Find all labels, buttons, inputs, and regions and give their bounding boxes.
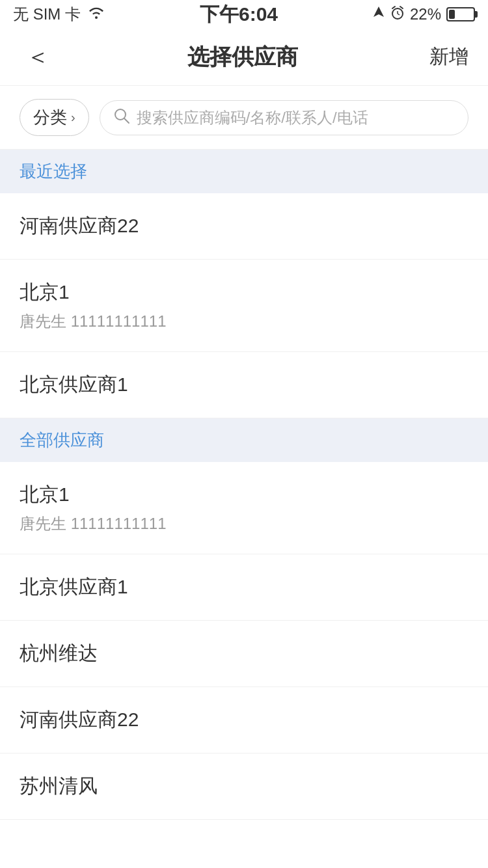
item-name: 北京供应商1 — [20, 574, 468, 601]
carrier-label: 无 SIM 卡 — [13, 4, 81, 25]
list-item[interactable]: 河南供应商22 — [0, 193, 488, 260]
item-contact: 唐先生 11111111111 — [20, 311, 468, 332]
category-label: 分类 — [33, 106, 67, 129]
status-right: 22% — [372, 5, 475, 23]
search-input[interactable] — [137, 109, 455, 127]
recent-list: 河南供应商22北京1唐先生 11111111111北京供应商1 — [0, 193, 488, 418]
list-item[interactable]: 北京1唐先生 11111111111 — [0, 260, 488, 352]
battery-percent: 22% — [410, 5, 441, 23]
item-name: 北京1 — [20, 481, 468, 508]
location-icon — [372, 5, 385, 23]
list-item[interactable]: 北京1唐先生 11111111111 — [0, 462, 488, 554]
svg-line-4 — [124, 118, 129, 123]
item-name: 北京供应商1 — [20, 372, 468, 398]
item-name: 苏州清风 — [20, 773, 468, 800]
all-list: 北京1唐先生 11111111111北京供应商1杭州维达河南供应商22苏州清风 — [0, 462, 488, 820]
item-name: 杭州维达 — [20, 640, 468, 667]
category-button[interactable]: 分类 › — [20, 99, 89, 136]
list-item[interactable]: 北京供应商1 — [0, 554, 488, 621]
search-box — [100, 100, 468, 135]
status-left: 无 SIM 卡 — [13, 4, 105, 25]
filter-bar: 分类 › — [0, 86, 488, 150]
list-item[interactable]: 北京供应商1 — [0, 352, 488, 418]
battery-icon — [446, 7, 475, 21]
back-button[interactable]: ＜ — [20, 34, 56, 79]
item-name: 河南供应商22 — [20, 707, 468, 733]
nav-bar: ＜ 选择供应商 新增 — [0, 29, 488, 86]
search-icon — [113, 107, 130, 128]
status-bar: 无 SIM 卡 下午6:04 22% — [0, 0, 488, 29]
item-contact: 唐先生 11111111111 — [20, 513, 468, 534]
list-item[interactable]: 杭州维达 — [0, 621, 488, 687]
list-item[interactable]: 河南供应商22 — [0, 687, 488, 753]
wifi-icon — [87, 5, 105, 23]
all-section-header: 全部供应商 — [0, 418, 488, 462]
svg-line-2 — [398, 14, 400, 15]
list-item[interactable]: 苏州清风 — [0, 753, 488, 820]
item-name: 北京1 — [20, 279, 468, 306]
chevron-right-icon: › — [71, 110, 75, 125]
status-time: 下午6:04 — [200, 1, 278, 28]
item-name: 河南供应商22 — [20, 213, 468, 239]
add-button[interactable]: 新增 — [429, 44, 468, 70]
page-title: 选择供应商 — [187, 42, 298, 72]
alarm-icon — [390, 5, 405, 23]
recent-section-header: 最近选择 — [0, 150, 488, 193]
